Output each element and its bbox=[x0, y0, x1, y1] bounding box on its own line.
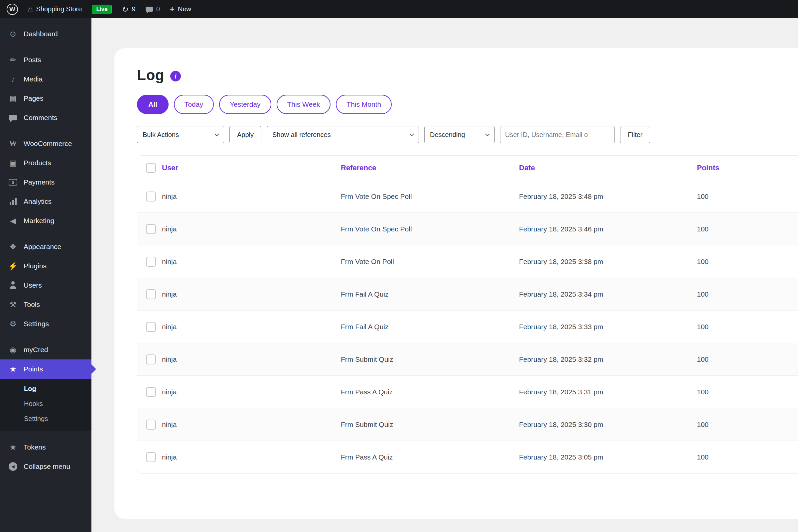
comments-link[interactable]: 0 bbox=[146, 5, 160, 13]
live-badge: Live bbox=[92, 5, 112, 14]
sidebar-item-users[interactable]: Users bbox=[0, 276, 92, 295]
row-checkbox[interactable] bbox=[146, 452, 156, 462]
table-row: ninja Frm Vote On Poll February 18, 2025… bbox=[137, 245, 798, 278]
row-checkbox[interactable] bbox=[146, 257, 156, 267]
sidebar-item-products[interactable]: ▣ Products bbox=[0, 153, 92, 173]
sidebar-item-label: Plugins bbox=[24, 262, 46, 270]
bar-chart-icon bbox=[7, 198, 19, 205]
comments-bubble-icon bbox=[7, 115, 19, 120]
payments-card-icon: $ bbox=[7, 179, 19, 186]
sidebar-item-posts[interactable]: ✏ Posts bbox=[0, 50, 92, 70]
row-checkbox[interactable] bbox=[146, 387, 156, 397]
cell-reference: Frm Vote On Spec Poll bbox=[341, 225, 519, 233]
sidebar-item-label: Dashboard bbox=[24, 30, 58, 38]
time-filter-pills: All Today Yesterday This Week This Month bbox=[137, 95, 798, 114]
cell-reference: Frm Submit Quiz bbox=[341, 421, 519, 429]
sidebar-item-woocommerce[interactable]: W WooCommerce bbox=[0, 134, 92, 153]
order-select[interactable]: Descending bbox=[424, 126, 495, 143]
cell-date: February 18, 2025 3:30 pm bbox=[519, 421, 697, 429]
info-icon[interactable]: i bbox=[170, 71, 181, 81]
submenu-item-settings[interactable]: Settings bbox=[0, 411, 92, 426]
column-header-user[interactable]: User bbox=[162, 164, 341, 172]
select-all-checkbox[interactable] bbox=[146, 163, 156, 173]
chevron-down-icon bbox=[485, 131, 490, 136]
cell-date: February 18, 2025 3:38 pm bbox=[519, 258, 697, 266]
sidebar-item-points[interactable]: ★ Points bbox=[0, 359, 92, 379]
updates-link[interactable]: ↻ 9 bbox=[122, 5, 135, 13]
row-checkbox[interactable] bbox=[146, 224, 156, 234]
cell-points: 100 bbox=[697, 388, 798, 396]
cell-reference: Frm Fail A Quiz bbox=[341, 290, 519, 298]
filter-pill-this-week[interactable]: This Week bbox=[277, 95, 331, 114]
sidebar-item-payments[interactable]: $ Payments bbox=[0, 173, 92, 192]
sidebar-item-label: Tokens bbox=[24, 443, 46, 451]
submenu-item-log[interactable]: Log bbox=[0, 381, 92, 396]
sidebar-item-pages[interactable]: ▤ Pages bbox=[0, 89, 92, 108]
cell-points: 100 bbox=[697, 323, 798, 331]
updates-icon: ↻ bbox=[122, 5, 128, 13]
sidebar-item-tokens[interactable]: ★ Tokens bbox=[0, 438, 92, 457]
column-header-points[interactable]: Points bbox=[697, 164, 798, 172]
sidebar-item-label: Analytics bbox=[24, 197, 52, 206]
table-controls: Bulk Actions Apply Show all references D… bbox=[137, 126, 798, 143]
sidebar-item-label: Pages bbox=[24, 94, 43, 102]
filter-button[interactable]: Filter bbox=[620, 126, 650, 143]
filter-pill-today[interactable]: Today bbox=[174, 95, 214, 114]
filter-pill-yesterday[interactable]: Yesterday bbox=[219, 95, 271, 114]
cell-user: ninja bbox=[162, 192, 341, 201]
sidebar-item-tools[interactable]: ⚒ Tools bbox=[0, 295, 92, 314]
row-checkbox[interactable] bbox=[146, 355, 156, 364]
wp-logo-menu[interactable]: W bbox=[7, 4, 18, 15]
sidebar-item-dashboard[interactable]: ⊙ Dashboard bbox=[0, 24, 92, 43]
sidebar-item-label: Tools bbox=[24, 301, 40, 308]
cell-reference: Frm Vote On Spec Poll bbox=[341, 192, 519, 201]
references-select[interactable]: Show all references bbox=[267, 126, 419, 143]
cell-points: 100 bbox=[697, 421, 798, 429]
sidebar-item-marketing[interactable]: ◀ Marketing bbox=[0, 211, 92, 230]
row-checkbox[interactable] bbox=[146, 191, 156, 202]
home-icon: ⌂ bbox=[28, 5, 33, 13]
cell-date: February 18, 2025 3:34 pm bbox=[519, 290, 697, 298]
sidebar-item-plugins[interactable]: ⚡ Plugins bbox=[0, 256, 92, 276]
cell-reference: Frm Submit Quiz bbox=[341, 356, 519, 363]
tokens-star-icon: ★ bbox=[7, 443, 19, 452]
table-row: ninja Frm Vote On Spec Poll February 18,… bbox=[137, 180, 798, 213]
site-name: Shopping Store bbox=[36, 5, 82, 13]
submenu-item-hooks[interactable]: Hooks bbox=[0, 396, 92, 411]
sidebar-item-appearance[interactable]: ❖ Appearance bbox=[0, 237, 92, 256]
column-header-date[interactable]: Date bbox=[519, 164, 697, 172]
sidebar-item-label: Media bbox=[24, 75, 42, 83]
sidebar-item-analytics[interactable]: Analytics bbox=[0, 192, 92, 211]
sidebar-item-media[interactable]: ♪ Media bbox=[0, 70, 92, 89]
cell-reference: Frm Pass A Quiz bbox=[341, 453, 519, 461]
bulk-actions-select[interactable]: Bulk Actions bbox=[137, 126, 224, 143]
sidebar-item-label: Marketing bbox=[24, 217, 54, 225]
sidebar-item-comments[interactable]: Comments bbox=[0, 108, 92, 127]
table-row: ninja Frm Pass A Quiz February 18, 2025 … bbox=[137, 376, 798, 408]
sidebar-item-mycred[interactable]: ◉ myCred bbox=[0, 340, 92, 359]
filter-pill-all[interactable]: All bbox=[137, 95, 169, 114]
search-input[interactable] bbox=[500, 126, 615, 143]
filter-pill-this-month[interactable]: This Month bbox=[336, 95, 392, 114]
row-checkbox[interactable] bbox=[146, 322, 156, 332]
chevron-down-icon bbox=[409, 131, 414, 136]
site-name-link[interactable]: ⌂ Shopping Store bbox=[28, 5, 82, 13]
column-header-reference[interactable]: Reference bbox=[341, 164, 519, 172]
row-checkbox[interactable] bbox=[146, 289, 156, 299]
admin-bar: W ⌂ Shopping Store Live ↻ 9 0 + New bbox=[0, 0, 798, 18]
bulk-actions-label: Bulk Actions bbox=[142, 131, 179, 139]
sidebar-item-settings[interactable]: ⚙ Settings bbox=[0, 314, 92, 334]
table-row: ninja Frm Fail A Quiz February 18, 2025 … bbox=[137, 310, 798, 343]
apply-button[interactable]: Apply bbox=[229, 126, 261, 143]
cell-user: ninja bbox=[162, 421, 341, 429]
dashboard-icon: ⊙ bbox=[7, 30, 19, 39]
collapse-menu-button[interactable]: ◀ Collapse menu bbox=[0, 457, 92, 476]
row-checkbox[interactable] bbox=[146, 420, 156, 430]
new-content-link[interactable]: + New bbox=[170, 5, 191, 14]
table-body: ninja Frm Vote On Spec Poll February 18,… bbox=[137, 180, 798, 474]
table-row: ninja Frm Submit Quiz February 18, 2025 … bbox=[137, 343, 798, 376]
sidebar-item-label: Payments bbox=[24, 178, 55, 186]
pages-icon: ▤ bbox=[7, 94, 19, 103]
mycred-logo-icon: ◉ bbox=[7, 345, 19, 355]
pushpin-icon: ✏ bbox=[7, 56, 19, 64]
